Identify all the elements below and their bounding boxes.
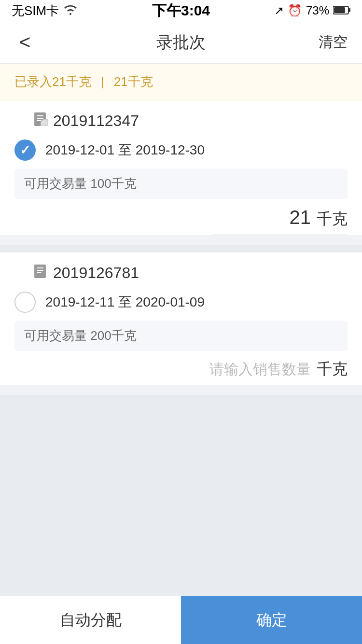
auto-distribute-button[interactable]: 自动分配 bbox=[0, 596, 181, 644]
batch-row-2[interactable]: 2019-12-11 至 2020-01-09 bbox=[0, 287, 362, 318]
back-button[interactable]: < bbox=[14, 27, 35, 58]
info-banner: 已录入21千克 | 21千克 bbox=[0, 64, 362, 100]
batch-avail-2: 可用交易量 200千克 bbox=[14, 321, 348, 351]
sim-text: 无SIM卡 bbox=[12, 2, 59, 19]
quantity-underline-2 bbox=[212, 385, 348, 385]
alarm-icon: ⏰ bbox=[288, 4, 302, 17]
section-divider bbox=[0, 245, 362, 252]
svg-rect-12 bbox=[37, 272, 42, 273]
status-bar: 无SIM卡 下午3:04 ↗ ⏰ 73% bbox=[0, 0, 362, 21]
svg-rect-2 bbox=[334, 7, 345, 13]
battery-text: 73% bbox=[306, 4, 329, 17]
batch-doc-icon-1 bbox=[34, 112, 48, 129]
quantity-underline-1 bbox=[212, 235, 348, 235]
svg-rect-6 bbox=[37, 118, 43, 119]
svg-rect-10 bbox=[37, 267, 43, 268]
nav-bar: < 录批次 清空 bbox=[0, 21, 362, 64]
svg-rect-11 bbox=[37, 270, 43, 271]
bottom-bar: 自动分配 确定 bbox=[0, 596, 362, 644]
info-divider: | bbox=[101, 74, 104, 89]
bottom-area bbox=[0, 395, 362, 607]
quantity-value-1: 21 bbox=[290, 207, 311, 228]
batch-row-1[interactable]: ✓ 2019-12-01 至 2019-12-30 bbox=[0, 135, 362, 166]
confirm-button[interactable]: 确定 bbox=[181, 596, 362, 644]
quantity-unit-2: 千克 bbox=[317, 359, 348, 380]
info-amount: 21千克 bbox=[114, 73, 153, 90]
batch-doc-icon-2 bbox=[34, 265, 48, 281]
battery-icon bbox=[333, 4, 350, 17]
wifi-icon bbox=[64, 3, 77, 18]
svg-rect-8 bbox=[35, 265, 45, 278]
radio-unchecked-2[interactable] bbox=[14, 292, 36, 313]
radio-checked-1[interactable]: ✓ bbox=[14, 140, 36, 161]
quantity-unit-1: 千克 bbox=[317, 209, 348, 230]
svg-rect-1 bbox=[349, 8, 350, 12]
quantity-placeholder-2: 请输入销售数量 bbox=[209, 360, 311, 379]
batch-avail-1: 可用交易量 100千克 bbox=[14, 168, 348, 199]
svg-rect-5 bbox=[37, 115, 43, 116]
status-left: 无SIM卡 bbox=[12, 2, 77, 19]
quantity-row-2: 请输入销售数量 千克 bbox=[0, 359, 362, 385]
location-icon: ↗ bbox=[274, 4, 284, 17]
svg-rect-7 bbox=[37, 120, 42, 121]
batch-date-2: 2019-12-11 至 2020-01-09 bbox=[45, 293, 205, 311]
batch-date-1: 2019-12-01 至 2019-12-30 bbox=[45, 141, 205, 159]
batch-card-1: 2019112347 ✓ 2019-12-01 至 2019-12-30 可用交… bbox=[0, 100, 362, 235]
check-icon-1: ✓ bbox=[20, 143, 30, 158]
page-title: 录批次 bbox=[156, 31, 206, 54]
batch-header-2: 2019126781 bbox=[0, 252, 362, 287]
status-right: ↗ ⏰ 73% bbox=[274, 4, 350, 17]
recorded-label: 已录入21千克 bbox=[14, 73, 91, 90]
batch-id-1: 2019112347 bbox=[53, 112, 139, 130]
clear-button[interactable]: 清空 bbox=[319, 32, 348, 52]
content-wrapper: 已录入21千克 | 21千克 2019112347 ✓ 2019-12 bbox=[0, 64, 362, 644]
batch-header-1: 2019112347 bbox=[0, 100, 362, 135]
batch-card-2: 2019126781 2019-12-11 至 2020-01-09 可用交易量… bbox=[0, 252, 362, 385]
batch-id-2: 2019126781 bbox=[53, 264, 139, 282]
quantity-row-1: 21 千克 bbox=[0, 207, 362, 235]
status-time: 下午3:04 bbox=[152, 1, 210, 21]
